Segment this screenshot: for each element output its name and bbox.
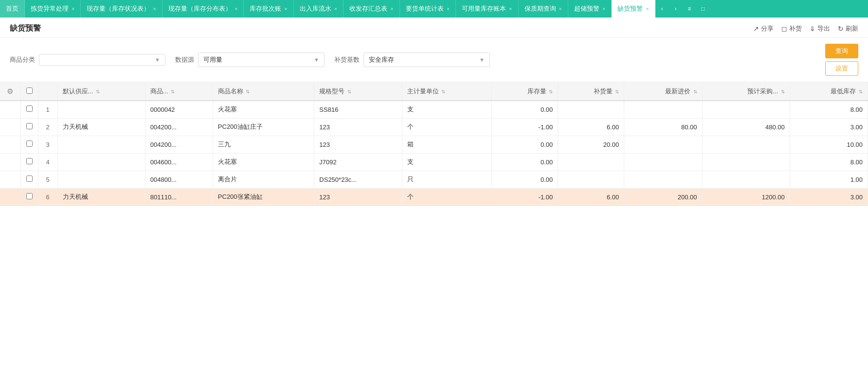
tab-overstock[interactable]: 超储预警 × xyxy=(568,0,612,18)
col-header-product-code[interactable]: 商品... ⇅ xyxy=(145,82,213,101)
tab-menu-btn[interactable]: ≡ xyxy=(683,0,696,18)
category-filter-group: 商品分类 ▼ xyxy=(10,54,165,66)
page-actions: ↗ 分享 ◻ 补货 ⇓ 导出 ↻ 刷新 xyxy=(753,24,858,33)
datasource-filter-group: 数据源 可用量 ▼ xyxy=(175,53,325,67)
table-body: 1 0000042 火花塞 SS816 支 0.00 8.00 2 力天机械 0… xyxy=(0,101,868,206)
row-settings-cell xyxy=(0,153,20,171)
col-header-product-name[interactable]: 商品名称 ⇅ xyxy=(213,82,314,101)
col-header-replenish[interactable]: 补货量 ⇅ xyxy=(558,82,624,101)
tab-next-btn[interactable]: › xyxy=(669,0,683,18)
tab-close-expiry[interactable]: × xyxy=(559,6,562,12)
row-checkbox[interactable] xyxy=(26,123,33,129)
col-header-unit[interactable]: 主计量单位 ⇅ xyxy=(402,82,491,101)
row-checkbox[interactable] xyxy=(26,158,33,164)
latest-price-sort-icon: ⇅ xyxy=(693,89,697,94)
page-title: 缺货预警 xyxy=(10,23,41,34)
row-product-name: PC200张紧油缸 xyxy=(213,188,314,206)
page-header: 缺货预警 ↗ 分享 ◻ 补货 ⇓ 导出 ↻ 刷新 xyxy=(0,18,868,38)
tab-demand-stats[interactable]: 要货单统计表 × xyxy=(400,0,456,18)
replenish-button[interactable]: ◻ 补货 xyxy=(781,24,802,33)
row-product-code: 801110... xyxy=(145,188,213,206)
col-header-index xyxy=(38,82,57,101)
row-replenish: 6.00 xyxy=(558,188,624,206)
col-header-spec[interactable]: 规格型号 ⇅ xyxy=(314,82,402,101)
row-checkbox[interactable] xyxy=(26,141,33,147)
row-checkbox-cell[interactable] xyxy=(20,118,38,136)
tab-home[interactable]: 首页 xyxy=(0,0,25,18)
tab-close-demand-stats[interactable]: × xyxy=(447,6,450,12)
tab-inventory-status[interactable]: 现存量（库存状况表） × xyxy=(81,0,162,18)
tab-close-receive-summary[interactable]: × xyxy=(390,6,393,12)
tab-available-ledger[interactable]: 可用量库存账本 × xyxy=(456,0,518,18)
row-checkbox[interactable] xyxy=(26,193,33,199)
tab-inventory-dist[interactable]: 现存量（库存分布表） × xyxy=(163,0,244,18)
replenish-icon: ◻ xyxy=(781,25,787,33)
row-checkbox-cell[interactable] xyxy=(20,171,38,188)
share-button[interactable]: ↗ 分享 xyxy=(753,24,774,33)
row-index: 2 xyxy=(38,118,57,136)
tab-close-shortage[interactable]: × xyxy=(646,6,649,12)
table-row[interactable]: 4 004600... 火花塞 J7092 支 0.00 8.00 xyxy=(0,153,868,171)
row-est-purchase: 480.00 xyxy=(702,118,790,136)
row-index: 5 xyxy=(38,171,57,188)
row-min-stock: 3.00 xyxy=(790,118,868,136)
settings-button[interactable]: 设置 xyxy=(825,61,858,76)
col-header-min-stock[interactable]: 最低库存 ⇅ xyxy=(790,82,868,101)
col-header-settings[interactable]: ⚙ xyxy=(0,82,20,101)
row-stock: -1.00 xyxy=(492,118,558,136)
row-unit: 箱 xyxy=(402,136,491,153)
row-checkbox-cell[interactable] xyxy=(20,101,38,118)
tab-close-inout-flow[interactable]: × xyxy=(334,6,337,12)
row-settings-cell xyxy=(0,171,20,188)
tab-close-batch[interactable]: × xyxy=(284,6,287,12)
row-replenish: 20.00 xyxy=(558,136,624,153)
tab-maximize-btn[interactable]: □ xyxy=(696,0,710,18)
table-row[interactable]: 2 力天机械 004200... PC200油缸庄子 123 个 -1.00 6… xyxy=(0,118,868,136)
row-settings-cell xyxy=(0,188,20,206)
tab-receive-summary[interactable]: 收发存汇总表 × xyxy=(344,0,399,18)
col-header-latest-price[interactable]: 最新进价 ⇅ xyxy=(624,82,702,101)
column-settings-icon[interactable]: ⚙ xyxy=(7,87,13,95)
main-table: ⚙ 默认供应... ⇅ 商品... ⇅ 商品名称 xyxy=(0,82,868,206)
datasource-value: 可用量 xyxy=(203,55,222,64)
row-index: 1 xyxy=(38,101,57,118)
refresh-button[interactable]: ↻ 刷新 xyxy=(838,24,858,33)
row-checkbox-cell[interactable] xyxy=(20,188,38,206)
row-index: 3 xyxy=(38,136,57,153)
table-row[interactable]: 6 力天机械 801110... PC200张紧油缸 123 个 -1.00 6… xyxy=(0,188,868,206)
table-row[interactable]: 5 004800... 离合片 DS250*23c... 只 0.00 1.00 xyxy=(0,171,868,188)
col-header-est-purchase[interactable]: 预计采购... ⇅ xyxy=(702,82,790,101)
supplier-sort-icon: ⇅ xyxy=(96,89,100,94)
col-header-checkbox[interactable] xyxy=(20,82,38,101)
tab-close-overstock[interactable]: × xyxy=(602,6,605,12)
select-all-checkbox[interactable] xyxy=(26,88,33,94)
tab-exception[interactable]: 拣货异常处理 × xyxy=(25,0,81,18)
tab-expiry[interactable]: 保质期查询 × xyxy=(519,0,568,18)
tab-prev-btn[interactable]: ‹ xyxy=(655,0,669,18)
tab-close-available-ledger[interactable]: × xyxy=(509,6,512,12)
row-index: 4 xyxy=(38,153,57,171)
row-stock: 0.00 xyxy=(492,136,558,153)
row-checkbox[interactable] xyxy=(26,106,33,112)
tab-shortage[interactable]: 缺货预警 × xyxy=(612,0,655,18)
row-product-name: 火花塞 xyxy=(213,101,314,118)
query-button[interactable]: 查询 xyxy=(825,44,858,58)
replenish-base-select[interactable]: 安全库存 ▼ xyxy=(363,53,490,67)
table-row[interactable]: 3 004200... 三九 123 箱 0.00 20.00 10.00 xyxy=(0,136,868,153)
row-checkbox-cell[interactable] xyxy=(20,136,38,153)
col-header-stock[interactable]: 库存量 ⇅ xyxy=(492,82,558,101)
table-row[interactable]: 1 0000042 火花塞 SS816 支 0.00 8.00 xyxy=(0,101,868,118)
replenish-sort-icon: ⇅ xyxy=(615,89,619,94)
tab-close-inventory-dist[interactable]: × xyxy=(235,6,237,12)
tab-close-inventory-status[interactable]: × xyxy=(153,6,156,12)
category-select[interactable]: ▼ xyxy=(39,54,165,66)
tab-inout-flow[interactable]: 出入库流水 × xyxy=(294,0,344,18)
export-button[interactable]: ⇓ 导出 xyxy=(810,24,830,33)
tab-batch[interactable]: 库存批次账 × xyxy=(244,0,293,18)
row-checkbox-cell[interactable] xyxy=(20,153,38,171)
tab-close-exception[interactable]: × xyxy=(72,6,74,12)
min-stock-sort-icon: ⇅ xyxy=(859,89,863,94)
datasource-select[interactable]: 可用量 ▼ xyxy=(198,53,325,67)
row-checkbox[interactable] xyxy=(26,176,33,182)
col-header-supplier[interactable]: 默认供应... ⇅ xyxy=(57,82,145,101)
